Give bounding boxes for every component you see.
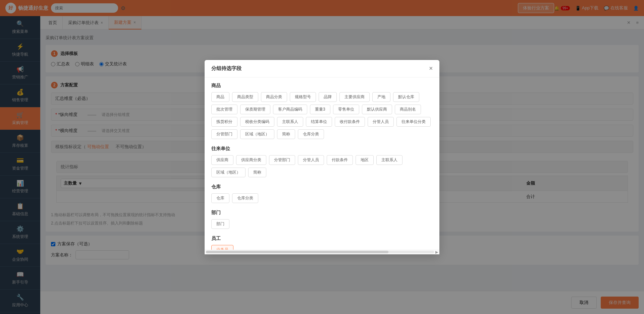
section-partner-title: 往来单位 [211,146,433,152]
modal-title: 分组待选字段 [211,65,241,72]
field-tag[interactable]: 结算单位 [306,117,332,127]
field-tag[interactable]: 供应商分类 [236,155,266,165]
section-dept-title: 部门 [211,210,433,216]
field-tag[interactable]: 分管人员 [368,117,394,127]
field-tag[interactable]: 简称 [277,129,295,139]
section-partner: 往来单位 供应商 供应商分类 分管部门 分管人员 付款条件 地区 主联系人 区域… [211,146,433,177]
field-tag[interactable]: 默认仓库 [393,92,419,102]
field-tag[interactable]: 产地 [372,92,390,102]
modal-overlay: 分组待选字段 × 商品 商品 商品类型 商品分类 规格型号 品牌 主要供应商 产… [0,0,644,314]
section-warehouse: 仓库 仓库 仓库分类 [211,184,433,203]
field-tag[interactable]: 默认供应商 [362,105,392,114]
field-tag[interactable]: 批次管理 [211,105,237,114]
field-tag[interactable]: 拣货积分 [211,117,237,127]
field-tag[interactable]: 区域（地区） [240,129,274,139]
section-product-fields: 商品 商品类型 商品分类 规格型号 品牌 主要供应商 产地 默认仓库 批次管理 … [211,92,433,139]
field-tag[interactable]: 地区 [356,155,374,165]
field-tag[interactable]: 商品 [211,92,229,102]
field-tag[interactable]: 区域（地区） [211,168,246,177]
field-tag[interactable]: 规格型号 [290,92,316,102]
section-dept: 部门 部门 [211,210,433,229]
field-tag[interactable]: 分管部门 [269,155,295,165]
field-tag[interactable]: 商品别名 [395,105,421,114]
field-tag[interactable]: 部门 [211,219,229,229]
field-tag[interactable]: 收付款条件 [335,117,365,127]
section-warehouse-title: 仓库 [211,184,433,190]
hscroll-right-arrow[interactable]: ▶ [435,250,438,254]
section-warehouse-fields: 仓库 仓库分类 [211,193,433,203]
field-tag[interactable]: 仓库 [211,193,229,203]
field-tag[interactable]: 客户商品编码 [273,105,307,114]
field-tag[interactable]: 分管部门 [211,129,237,139]
modal-header: 分组待选字段 × [205,60,439,77]
field-tag[interactable]: 主联系人 [277,117,303,127]
modal-hscroll[interactable]: ▶ [205,250,439,254]
section-partner-fields: 供应商 供应商分类 分管部门 分管人员 付款条件 地区 主联系人 区域（地区） … [211,155,433,177]
modal-dialog: 分组待选字段 × 商品 商品 商品类型 商品分类 规格型号 品牌 主要供应商 产… [205,60,439,254]
field-tag[interactable]: 税收分类编码 [240,117,274,127]
section-product-title: 商品 [211,83,433,89]
modal-close-btn[interactable]: × [429,65,433,71]
field-tag[interactable]: 主要供应商 [339,92,370,102]
section-staff: 员工 业务员 [211,236,433,250]
section-staff-fields: 业务员 [211,245,433,250]
section-staff-title: 员工 [211,236,433,242]
field-tag[interactable]: 品牌 [319,92,337,102]
field-tag[interactable]: 仓库分类 [298,129,324,139]
section-product: 商品 商品 商品类型 商品分类 规格型号 品牌 主要供应商 产地 默认仓库 批次… [211,83,433,139]
field-tag[interactable]: 付款条件 [327,155,353,165]
field-tag-selected[interactable]: 业务员 [211,245,233,250]
field-tag[interactable]: 零售单位 [333,105,359,114]
field-tag[interactable]: 重量3 [310,105,330,114]
field-tag[interactable]: 分管人员 [298,155,324,165]
field-tag[interactable]: 主联系人 [376,155,402,165]
field-tag[interactable]: 商品类型 [232,92,258,102]
section-dept-fields: 部门 [211,219,433,229]
modal-body[interactable]: 商品 商品 商品类型 商品分类 规格型号 品牌 主要供应商 产地 默认仓库 批次… [205,77,439,250]
field-tag[interactable]: 简称 [248,168,266,177]
field-tag[interactable]: 商品分类 [261,92,287,102]
field-tag[interactable]: 供应商 [211,155,233,165]
field-tag[interactable]: 仓库分类 [232,193,258,203]
field-tag[interactable]: 保质期管理 [240,105,270,114]
field-tag[interactable]: 往来单位分类 [396,117,431,127]
